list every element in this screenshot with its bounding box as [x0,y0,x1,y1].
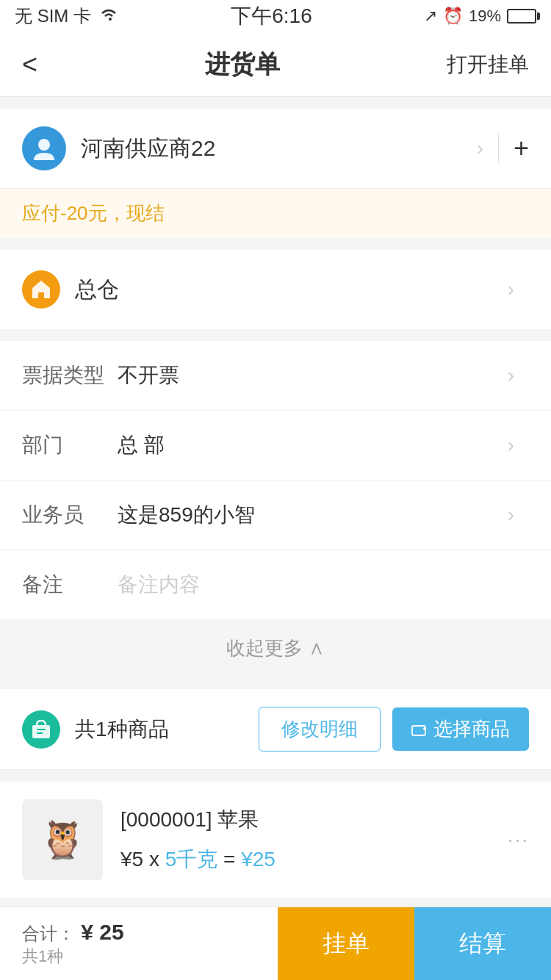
product-thumbnail: 🦉 [22,799,103,880]
svg-marker-2 [32,281,50,288]
svg-rect-4 [32,725,50,738]
status-time: 下午6:16 [231,2,312,30]
invoice-chevron-icon: › [508,364,514,387]
sales-value: 这是859的小智 [110,501,508,529]
location-icon: ↗ [424,7,437,26]
warehouse-chevron-icon: › [508,278,514,301]
remark-row[interactable]: 备注 备注内容 [0,550,551,619]
status-bar: 无 SIM 卡 下午6:16 ↗ ⏰ 19% [0,0,551,32]
back-button[interactable]: < [22,49,37,80]
product-qty: 5千克 [165,848,218,871]
total-amount: 合计： ¥ 25 [22,920,256,945]
total-sub: 共1种 [22,945,256,968]
sales-chevron-icon: › [508,503,514,527]
cart-icon [411,721,428,738]
product-name: [0000001] 苹果 [120,806,508,834]
invoice-label: 票据类型 [22,361,110,389]
warehouse-icon [22,270,60,309]
bottom-bar: 合计： ¥ 25 共1种 挂单 结算 [0,907,551,980]
supplier-avatar [22,126,66,170]
product-total: ¥25 [241,848,276,871]
checkout-button[interactable]: 结算 [414,907,551,980]
dept-row[interactable]: 部门 总 部 › [0,411,551,480]
supplier-row[interactable]: 河南供应商22 › + [0,109,551,189]
alarm-icon: ⏰ [443,7,463,26]
remark-input[interactable]: 备注内容 [110,571,529,599]
supplier-section: 河南供应商22 › + 应付-20元，现结 [0,109,551,238]
supplier-notice: 应付-20元，现结 [0,189,551,238]
battery-percent: 19% [469,7,501,26]
hang-button[interactable]: 挂单 [278,907,414,980]
status-left: 无 SIM 卡 [15,4,119,28]
supplier-divider [498,134,499,163]
products-section: 共1种商品 修改明细 选择商品 [0,689,551,770]
price-unit: ¥5 [120,848,143,871]
total-section: 合计： ¥ 25 共1种 [0,907,278,980]
form-section: 票据类型 不开票 › 部门 总 部 › 业务员 这是859的小智 › 备注 备注… [0,341,551,619]
invoice-value: 不开票 [110,361,508,389]
svg-rect-3 [38,292,44,298]
select-product-button[interactable]: 选择商品 [392,707,529,751]
carrier-label: 无 SIM 卡 [15,4,91,28]
battery-icon [507,9,536,24]
products-count: 共1种商品 [75,716,259,743]
warehouse-row[interactable]: 总仓 › [0,250,551,329]
wifi-icon [98,6,119,26]
select-product-label: 选择商品 [433,716,510,742]
invoice-row[interactable]: 票据类型 不开票 › [0,341,551,411]
dept-value: 总 部 [110,431,508,459]
dept-label: 部门 [22,431,110,459]
product-more-button[interactable]: ··· [508,828,529,851]
remark-label: 备注 [22,571,110,599]
svg-rect-7 [412,726,425,735]
owl-icon: 🦉 [40,818,85,861]
collapse-bar[interactable]: 收起更多 ∧ [0,619,551,677]
total-value: ¥ 25 [81,920,123,944]
chevron-right-icon: › [477,137,483,160]
total-label: 合计： [22,923,75,943]
svg-point-0 [38,139,50,151]
supplier-name: 河南供应商22 [81,134,477,164]
products-header: 共1种商品 修改明细 选择商品 [0,689,551,770]
dept-chevron-icon: › [508,433,514,457]
page-title: 进货单 [205,48,280,82]
sales-row[interactable]: 业务员 这是859的小智 › [0,480,551,550]
product-price: ¥5 x 5千克 = ¥25 [120,846,508,873]
products-icon [22,710,60,749]
nav-bar: < 进货单 打开挂单 [0,32,551,97]
edit-details-button[interactable]: 修改明细 [259,707,381,752]
product-info: [0000001] 苹果 ¥5 x 5千克 = ¥25 [120,806,508,873]
status-right: ↗ ⏰ 19% [424,7,536,26]
sales-label: 业务员 [22,501,110,529]
open-hang-button[interactable]: 打开挂单 [447,51,529,79]
warehouse-name: 总仓 [75,275,508,305]
product-item: 🦉 [0000001] 苹果 ¥5 x 5千克 = ¥25 ··· [0,782,551,898]
add-supplier-button[interactable]: + [514,133,529,164]
